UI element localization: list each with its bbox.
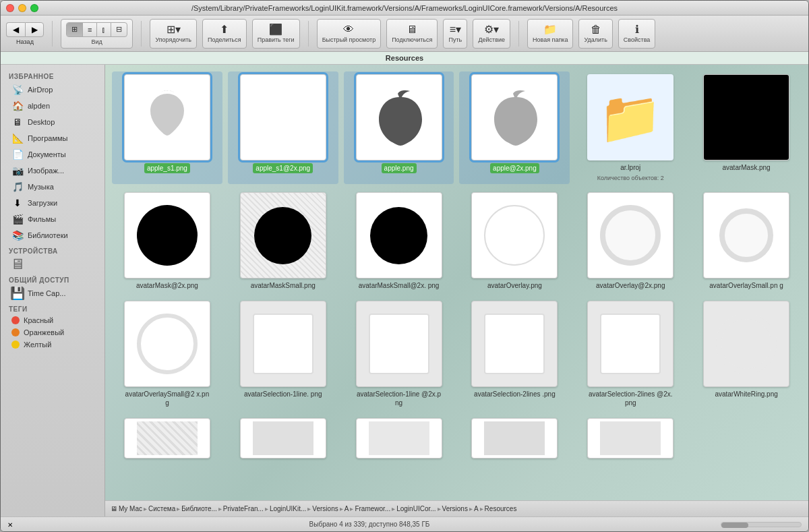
- minimize-button[interactable]: [18, 4, 26, 12]
- file-item-avatarsel2-2x[interactable]: avatarSelection-2lines @2x.png: [575, 298, 686, 410]
- file-item-avatarmask[interactable]: avatarMask.png: [691, 71, 802, 184]
- file-item-avatarwhitering[interactable]: avatarWhiteRing.png: [691, 298, 802, 410]
- path-crumb-privatefr[interactable]: PrivateFran...: [223, 505, 264, 512]
- file-item-partial1[interactable]: [112, 415, 222, 461]
- file-item-partial2[interactable]: [228, 415, 338, 461]
- column-view-btn[interactable]: ⫿: [97, 23, 111, 36]
- action-button[interactable]: ⚙▾ Действие: [473, 19, 510, 49]
- delete-button[interactable]: 🗑 Удалить: [578, 19, 612, 49]
- path-crumb-a[interactable]: A: [344, 505, 349, 512]
- path-crumb-a2[interactable]: A: [474, 505, 479, 512]
- file-item-apple-2x[interactable]: apple@2x.png: [459, 71, 570, 184]
- path-crumb-bibl[interactable]: Библиоте...: [181, 505, 217, 512]
- path-crumb-loginuicore[interactable]: LoginUICor...: [396, 505, 436, 512]
- sidebar-music-label: Музыка: [28, 183, 54, 191]
- maximize-button[interactable]: [30, 4, 38, 12]
- sidebar-item-yellow[interactable]: Желтый: [3, 338, 102, 351]
- path-sep9: ▸: [438, 505, 441, 512]
- scroll-thumb[interactable]: [721, 523, 748, 528]
- tag-button[interactable]: ⬛ Править теги: [252, 19, 300, 49]
- path-crumb-sistema[interactable]: Система: [148, 505, 175, 512]
- cover-view-btn[interactable]: ⊟: [111, 23, 127, 36]
- sidebar-item-timecap[interactable]: 💾 Time Cap...: [3, 285, 102, 301]
- connect-button[interactable]: 🖥 Подключиться: [386, 19, 438, 49]
- ar-lproj-name: ar.lproj: [620, 163, 640, 172]
- quicklook-button[interactable]: 👁 Быстрый просмотр: [317, 19, 382, 49]
- file-item-partial3[interactable]: [344, 415, 454, 461]
- partial3-thumb: [356, 418, 442, 459]
- arrange-button[interactable]: ⊞▾ Упорядочить: [150, 19, 197, 49]
- file-item-avatarsel1[interactable]: avatarSelection-1line. png: [228, 298, 338, 410]
- file-item-apple[interactable]: apple.png: [344, 71, 454, 184]
- icon-grid[interactable]: apple_s1.png apple_s1@2x.png apple.png: [105, 65, 808, 500]
- sidebar-item-music[interactable]: 🎵 Музыка: [3, 179, 102, 195]
- file-item-avataroverlaysm[interactable]: avatarOverlaySmall.pn g: [691, 189, 802, 293]
- new-folder-button[interactable]: 📁 Новая папка: [527, 19, 573, 49]
- properties-button[interactable]: ℹ Свойства: [618, 19, 656, 49]
- arrange-icon: ⊞▾: [167, 24, 181, 35]
- back-button[interactable]: ◀: [6, 22, 25, 37]
- path-crumb-loginuikit[interactable]: LoginUIKit...: [270, 505, 306, 512]
- ring-circle-icon: [600, 205, 661, 266]
- sidebar-yellow-label: Желтый: [24, 341, 51, 349]
- sidebar-item-images[interactable]: 📷 Изображ...: [3, 162, 102, 179]
- file-item-avatarsel2[interactable]: avatarSelection-2lines .png: [459, 298, 570, 410]
- sidebar-item-airdrop[interactable]: 📡 AirDrop: [3, 82, 102, 98]
- libraries-icon: 📚: [11, 229, 24, 241]
- avataroverlaysm-name: avatarOverlaySmall.pn g: [709, 281, 783, 290]
- black-circle-icon: [137, 205, 198, 266]
- white-square3-icon: [484, 314, 545, 374]
- sidebar-item-device[interactable]: 🖥: [3, 256, 102, 272]
- ring-circle2-icon: [719, 208, 773, 262]
- file-item-avataroverlay[interactable]: avatarOverlay.png: [459, 189, 570, 293]
- sidebar-item-programs[interactable]: 📐 Программы: [3, 130, 102, 146]
- file-item-avatarmasksm[interactable]: avatarMaskSmall.png: [228, 189, 338, 293]
- sidebar-item-desktop[interactable]: 🖥 Desktop: [3, 114, 102, 130]
- file-item-partial4[interactable]: [459, 415, 570, 461]
- list-view-btn[interactable]: ≡: [83, 23, 97, 36]
- path-crumb-versions2[interactable]: Versions: [442, 505, 468, 512]
- black-circle-sm-icon: [254, 207, 311, 264]
- file-item-avatarmask2x[interactable]: avatarMask@2x.png: [112, 189, 222, 293]
- sidebar-movies-label: Фильмы: [28, 215, 56, 223]
- path-crumb-mymac[interactable]: 🖥 My Mac: [111, 505, 142, 512]
- forward-button[interactable]: ▶: [25, 22, 44, 37]
- avatarsel2-name: avatarSelection-2lines .png: [474, 390, 556, 398]
- sidebar-item-movies[interactable]: 🎬 Фильмы: [3, 211, 102, 227]
- properties-icon: ℹ: [635, 24, 639, 35]
- path-crumb-resources[interactable]: Resources: [485, 505, 517, 512]
- file-item-avatarsel1-2x[interactable]: avatarSelection-1line @2x.png: [344, 298, 454, 410]
- red-tag-dot: [11, 316, 20, 324]
- sidebar-item-alpden[interactable]: 🏠 alpden: [3, 98, 102, 114]
- path-crumb-versions[interactable]: Versions: [312, 505, 338, 512]
- partial5-thumb: [587, 418, 673, 459]
- file-item-ar-lproj[interactable]: 📁 ar.lproj Количество объектов: 2: [575, 71, 686, 184]
- file-item-partial5[interactable]: [575, 415, 686, 461]
- share-button[interactable]: ⬆ Поделиться: [202, 19, 247, 49]
- view-label: Вид: [92, 38, 102, 45]
- sidebar-item-libraries[interactable]: 📚 Библиотеки: [3, 227, 102, 243]
- sidebar-item-downloads[interactable]: ⬇ Загрузки: [3, 195, 102, 211]
- icon-view-btn[interactable]: ⊞: [67, 23, 83, 36]
- apple-s1-2x-thumb: [240, 74, 326, 160]
- sidebar-item-orange[interactable]: Оранжевый: [3, 326, 102, 338]
- file-item-avatarmasksm2x[interactable]: avatarMaskSmall@2x. png: [344, 189, 454, 293]
- path-button[interactable]: ≡▾ Путь: [443, 19, 467, 49]
- sidebar-item-red[interactable]: Красный: [3, 314, 102, 326]
- sidebar-item-documents[interactable]: 📄 Документы: [3, 146, 102, 162]
- file-item-apple-s1-2x[interactable]: apple_s1@2x.png: [228, 71, 338, 184]
- view-button[interactable]: ⊞ ≡ ⫿ ⊟ Вид: [61, 19, 133, 49]
- path-sep2: ▸: [177, 505, 180, 512]
- avatarsel1-2x-name: avatarSelection-1line @2x.png: [355, 390, 443, 407]
- file-item-avataroverlaysm2x[interactable]: avatarOverlaySmall@2 x.png: [112, 298, 222, 410]
- file-item-apple-s1[interactable]: apple_s1.png: [112, 71, 222, 184]
- path-crumb-framework[interactable]: Framewor...: [355, 505, 390, 512]
- close-icon-status[interactable]: ✕: [7, 521, 13, 529]
- devices-header: УСТРОЙСТВА: [1, 243, 104, 256]
- close-button[interactable]: [6, 4, 14, 12]
- scroll-track[interactable]: [721, 522, 802, 527]
- partial4-img: [484, 421, 545, 455]
- file-item-avataroverlay2x[interactable]: avatarOverlay@2x.png: [575, 189, 686, 293]
- documents-icon: 📄: [11, 148, 24, 160]
- a-label: A: [344, 505, 349, 512]
